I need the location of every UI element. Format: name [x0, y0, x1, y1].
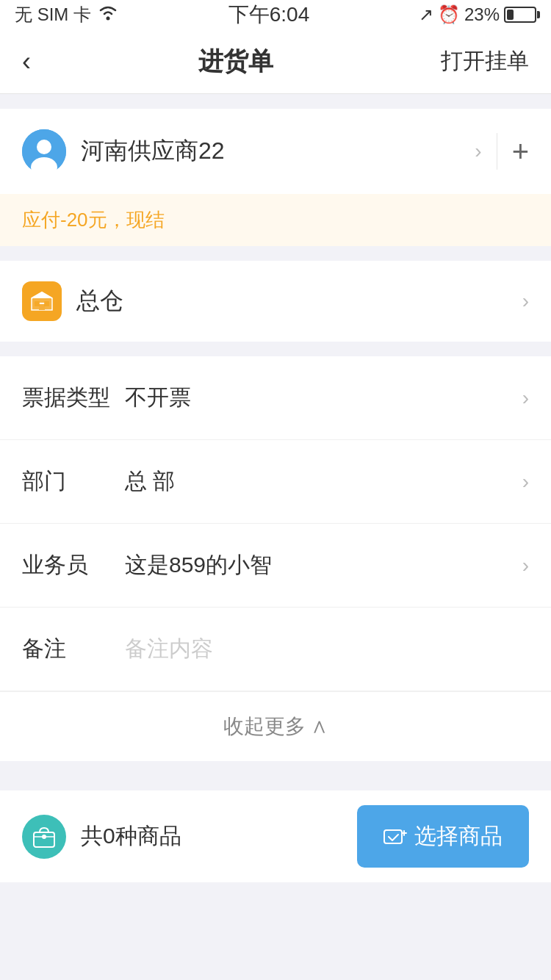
product-icon	[22, 815, 66, 859]
alarm-icon: ⏰	[438, 4, 460, 25]
add-supplier-button[interactable]: +	[512, 135, 529, 168]
carrier-label: 无 SIM 卡	[15, 3, 91, 26]
status-time: 下午6:04	[228, 1, 310, 29]
warehouse-arrow-icon: ›	[522, 289, 529, 313]
salesman-value: 这是859的小智	[125, 550, 522, 580]
vertical-divider	[497, 133, 497, 170]
page-background	[0, 882, 551, 980]
warehouse-card[interactable]: 总仓 ›	[0, 261, 551, 342]
warehouse-row[interactable]: 总仓 ›	[0, 261, 551, 342]
notice-bar: 应付-20元，现结	[0, 194, 551, 246]
invoice-value: 不开票	[125, 383, 522, 413]
supplier-name: 河南供应商22	[81, 135, 475, 167]
svg-rect-6	[35, 301, 40, 306]
open-pending-button[interactable]: 打开挂单	[441, 46, 529, 76]
svg-rect-11	[384, 830, 402, 843]
notice-text: 应付-20元，现结	[22, 209, 165, 231]
form-section: 票据类型 不开票 › 部门 总 部 › 业务员 这是859的小智 › 备注 备注…	[0, 356, 551, 761]
salesman-row[interactable]: 业务员 这是859的小智 ›	[0, 524, 551, 608]
svg-point-2	[37, 140, 51, 154]
department-row[interactable]: 部门 总 部 ›	[0, 440, 551, 524]
remark-label: 备注	[22, 634, 110, 664]
svg-rect-7	[44, 301, 49, 306]
department-label: 部门	[22, 466, 110, 497]
top-divider	[0, 94, 551, 109]
mid-divider-1	[0, 246, 551, 261]
svg-point-10	[42, 835, 46, 839]
status-right: ↗ ⏰ 23%	[419, 4, 536, 25]
bottom-divider	[0, 761, 551, 776]
supplier-row[interactable]: 河南供应商22 › +	[0, 109, 551, 194]
svg-point-0	[107, 17, 110, 21]
warehouse-name: 总仓	[76, 285, 522, 317]
status-bar: 无 SIM 卡 下午6:04 ↗ ⏰ 23%	[0, 0, 551, 29]
select-product-button[interactable]: 选择商品	[357, 805, 529, 868]
location-icon: ↗	[419, 4, 433, 25]
supplier-card: 河南供应商22 › + 应付-20元，现结	[0, 109, 551, 246]
product-count: 共0种商品	[81, 821, 357, 851]
department-value: 总 部	[125, 466, 522, 497]
battery-percent: 23%	[464, 4, 500, 25]
page-title: 进货单	[198, 45, 273, 79]
remark-input[interactable]: 备注内容	[125, 634, 529, 664]
supplier-avatar	[22, 129, 66, 173]
select-product-label: 选择商品	[414, 821, 503, 851]
salesman-arrow-icon: ›	[522, 554, 529, 577]
mid-divider-2	[0, 342, 551, 356]
back-button[interactable]: ‹	[22, 46, 31, 77]
supplier-arrow-icon: ›	[475, 140, 481, 163]
wifi-icon	[97, 4, 119, 25]
svg-rect-8	[39, 304, 45, 310]
invoice-label: 票据类型	[22, 383, 110, 413]
nav-bar: ‹ 进货单 打开挂单	[0, 29, 551, 94]
invoice-row[interactable]: 票据类型 不开票 ›	[0, 356, 551, 440]
collapse-button[interactable]: 收起更多 ∧	[0, 691, 551, 761]
battery-icon	[504, 7, 536, 23]
status-left: 无 SIM 卡	[15, 3, 119, 26]
warehouse-icon	[22, 281, 62, 321]
invoice-arrow-icon: ›	[522, 386, 529, 410]
salesman-label: 业务员	[22, 550, 110, 580]
remark-row[interactable]: 备注 备注内容	[0, 608, 551, 691]
department-arrow-icon: ›	[522, 470, 529, 494]
bottom-bar: 共0种商品 选择商品	[0, 790, 551, 882]
